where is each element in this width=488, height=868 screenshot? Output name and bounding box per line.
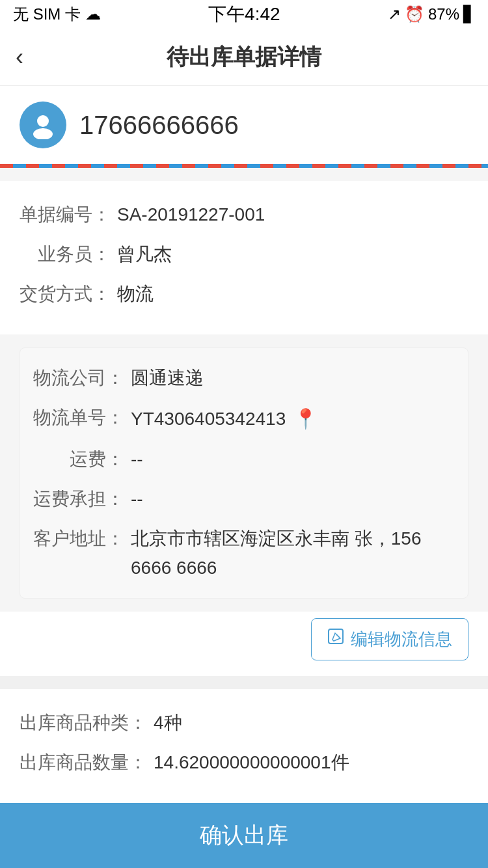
dashed-divider bbox=[0, 164, 488, 168]
user-phone: 17666666666 bbox=[79, 111, 239, 140]
section-separator bbox=[0, 676, 488, 689]
freight-bear-value: -- bbox=[131, 485, 455, 514]
logistics-company-label: 物流公司： bbox=[33, 364, 124, 393]
confirm-button[interactable]: 确认出库 bbox=[200, 821, 288, 850]
status-left: 无 SIM 卡 ☁ bbox=[13, 4, 101, 25]
logistics-company-value: 圆通速递 bbox=[131, 364, 455, 393]
logistics-card: 物流公司： 圆通速递 物流单号： YT43064053424​13 📍 运费： … bbox=[20, 347, 468, 599]
address-label: 客户地址： bbox=[33, 524, 124, 554]
page-title: 待出库单据详情 bbox=[167, 42, 321, 72]
svg-point-0 bbox=[37, 115, 49, 127]
edit-icon bbox=[327, 628, 346, 651]
sim-status: 无 SIM 卡 ☁ bbox=[13, 4, 101, 25]
edit-logistics-label: 编辑物流信息 bbox=[351, 628, 452, 651]
status-right: ↗ ⏰ 87% ▋ bbox=[388, 5, 475, 23]
address-value: 北京市市辖区海淀区永丰南 张，156 6666 6666 bbox=[131, 524, 455, 583]
salesman-value: 曾凡杰 bbox=[117, 240, 468, 269]
freight-value: -- bbox=[131, 445, 455, 474]
freight-row: 运费： -- bbox=[33, 445, 455, 474]
salesman-row: 业务员： 曾凡杰 bbox=[20, 240, 468, 269]
map-pin-icon[interactable]: 📍 bbox=[293, 403, 318, 435]
goods-quantity-value: 14.620000000000001件 bbox=[154, 748, 468, 778]
logistics-tracking-value: YT43064053424​13 📍 bbox=[131, 403, 455, 435]
nav-bar: ‹ 待出库单据详情 bbox=[0, 29, 488, 86]
logistics-tracking-row: 物流单号： YT43064053424​13 📍 bbox=[33, 403, 455, 435]
basic-info-section: 单据编号： SA-20191227-001 业务员： 曾凡杰 交货方式： 物流 bbox=[0, 181, 488, 334]
goods-section: 出库商品种类： 4种 出库商品数量： 14.620000000000001件 bbox=[0, 689, 488, 804]
logistics-company-row: 物流公司： 圆通速递 bbox=[33, 364, 455, 393]
status-bar: 无 SIM 卡 ☁ 下午4:42 ↗ ⏰ 87% ▋ bbox=[0, 0, 488, 29]
goods-quantity-label: 出库商品数量： bbox=[20, 748, 147, 778]
delivery-label: 交货方式： bbox=[20, 280, 111, 309]
battery-icon: ▋ bbox=[463, 5, 475, 23]
freight-bear-row: 运费承担： -- bbox=[33, 485, 455, 514]
user-header: 17666666666 bbox=[0, 86, 488, 164]
alarm-icon: ⏰ bbox=[405, 5, 424, 23]
goods-types-value: 4种 bbox=[154, 709, 468, 738]
battery-level: 87% bbox=[428, 5, 459, 23]
freight-bear-label: 运费承担： bbox=[33, 485, 124, 514]
edit-btn-row: 编辑物流信息 bbox=[0, 612, 488, 676]
address-row: 客户地址： 北京市市辖区海淀区永丰南 张，156 6666 6666 bbox=[33, 524, 455, 583]
svg-point-1 bbox=[33, 128, 53, 139]
freight-label: 运费： bbox=[33, 445, 124, 474]
order-no-row: 单据编号： SA-20191227-001 bbox=[20, 200, 468, 230]
delivery-value: 物流 bbox=[117, 280, 468, 309]
order-no-label: 单据编号： bbox=[20, 200, 111, 230]
location-icon: ↗ bbox=[388, 5, 401, 23]
salesman-label: 业务员： bbox=[20, 240, 111, 269]
order-no-value: SA-20191227-001 bbox=[117, 200, 468, 230]
svg-rect-2 bbox=[329, 629, 343, 644]
goods-types-row: 出库商品种类： 4种 bbox=[20, 709, 468, 738]
goods-types-label: 出库商品种类： bbox=[20, 709, 147, 738]
tracking-number: YT43064053424​13 bbox=[131, 405, 286, 434]
logistics-tracking-label: 物流单号： bbox=[33, 403, 124, 433]
edit-logistics-button[interactable]: 编辑物流信息 bbox=[311, 618, 468, 660]
goods-quantity-row: 出库商品数量： 14.620000000000001件 bbox=[20, 748, 468, 778]
back-button[interactable]: ‹ bbox=[16, 44, 23, 71]
confirm-bar[interactable]: 确认出库 bbox=[0, 803, 488, 868]
avatar-icon bbox=[29, 111, 57, 139]
avatar bbox=[20, 102, 66, 148]
delivery-row: 交货方式： 物流 bbox=[20, 280, 468, 309]
status-time: 下午4:42 bbox=[208, 2, 280, 27]
